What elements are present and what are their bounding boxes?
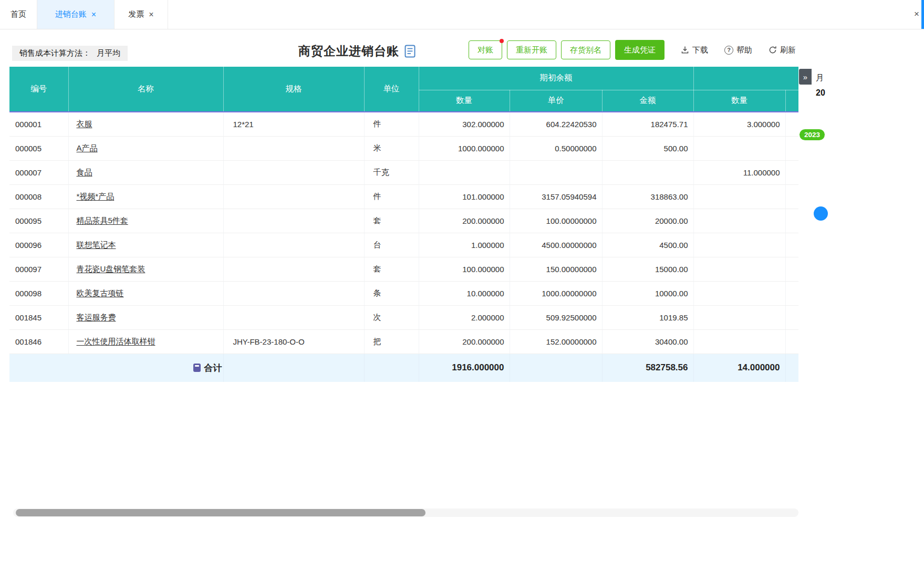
header-clipped-column [785, 90, 798, 112]
row-period-qty [693, 257, 785, 281]
row-opening-price: 604.22420530 [510, 112, 602, 136]
clipped-year-text: 20 [816, 88, 825, 98]
row-clipped [785, 209, 798, 233]
row-period-qty [693, 184, 785, 209]
generate-voucher-button[interactable]: 生成凭证 [615, 40, 665, 60]
header-period-qty[interactable]: 数量 [693, 90, 785, 112]
row-code: 000005 [9, 136, 68, 160]
header-spec[interactable]: 规格 [223, 67, 364, 112]
row-opening-price: 4500.00000000 [510, 233, 602, 257]
floating-blue-button[interactable] [814, 206, 828, 221]
header-opening-qty[interactable]: 数量 [419, 90, 510, 112]
inventory-alias-button[interactable]: 存货别名 [561, 40, 610, 59]
close-all-icon[interactable]: × [914, 9, 919, 19]
tab-home[interactable]: 首页 [0, 0, 37, 29]
item-name-link[interactable]: 客运服务费 [77, 313, 116, 321]
row-opening-amount: 4500.00 [602, 233, 693, 257]
header-opening-amount[interactable]: 金额 [602, 90, 693, 112]
tab-ledger-active[interactable]: 进销台账 × [37, 0, 115, 29]
row-spec [223, 281, 364, 305]
row-opening-amount: 1019.85 [602, 305, 693, 329]
row-opening-amount [602, 160, 693, 184]
row-name: A产品 [68, 136, 223, 160]
download-icon [681, 46, 689, 54]
header-name[interactable]: 名称 [68, 67, 223, 112]
row-spec [223, 209, 364, 233]
header-opening-price[interactable]: 单价 [510, 90, 602, 112]
row-unit: 套 [364, 209, 419, 233]
expand-panel-button[interactable]: » [799, 69, 812, 85]
row-period-qty: 3.000000 [693, 112, 785, 136]
tab-bar: 首页 进销台账 × 发票 × × [0, 0, 924, 29]
row-unit: 套 [364, 257, 419, 281]
item-name-link[interactable]: *视频*产品 [77, 192, 115, 201]
refresh-button[interactable]: 刷新 [769, 45, 796, 55]
table-row: 000005A产品米1000.0000000.50000000500.00 [9, 136, 798, 160]
row-name: *视频*产品 [68, 184, 223, 209]
header-code[interactable]: 编号 [9, 67, 68, 112]
tab-home-label: 首页 [11, 9, 26, 19]
row-name: 衣服 [68, 112, 223, 136]
row-unit: 件 [364, 184, 419, 209]
total-period-qty: 14.000000 [693, 354, 785, 382]
help-button[interactable]: ? 帮助 [724, 45, 752, 55]
refresh-label: 刷新 [780, 45, 796, 55]
item-name-link[interactable]: 衣服 [77, 119, 92, 128]
close-tab-icon[interactable]: × [149, 11, 153, 19]
row-code: 000098 [9, 281, 68, 305]
table-row: 000007食品千克11.000000 [9, 160, 798, 184]
item-name-link[interactable]: 精品茶具5件套 [77, 216, 128, 225]
row-code: 000096 [9, 233, 68, 257]
reconcile-label: 对账 [477, 45, 493, 54]
row-opening-qty [419, 160, 510, 184]
row-spec [223, 160, 364, 184]
document-icon[interactable] [404, 45, 416, 58]
row-spec: JHY-FB-23-180-O-O [223, 329, 364, 354]
row-opening-price: 152.00000000 [510, 329, 602, 354]
row-spec [223, 305, 364, 329]
year-badge[interactable]: 2023 [800, 129, 825, 140]
row-code: 001846 [9, 329, 68, 354]
help-icon: ? [724, 46, 733, 55]
close-tab-icon[interactable]: × [91, 11, 96, 19]
row-clipped [785, 233, 798, 257]
row-opening-price: 1000.00000000 [510, 281, 602, 305]
tab-invoice[interactable]: 发票 × [115, 0, 168, 29]
row-name: 青花瓷U盘钢笔套装 [68, 257, 223, 281]
header-unit[interactable]: 单位 [364, 67, 419, 112]
download-label: 下载 [692, 45, 708, 55]
download-button[interactable]: 下载 [681, 45, 708, 55]
row-name: 食品 [68, 160, 223, 184]
row-clipped [785, 184, 798, 209]
tab-ledger-label: 进销台账 [55, 9, 87, 19]
reopen-button[interactable]: 重新开账 [507, 40, 556, 59]
item-name-link[interactable]: 欧美复古项链 [77, 288, 124, 297]
row-unit: 千克 [364, 160, 419, 184]
item-name-link[interactable]: 一次性使用活体取样钳 [77, 337, 155, 346]
cost-method-label: 销售成本计算方法： [19, 48, 90, 58]
cost-method-value[interactable]: 月平均 [97, 48, 120, 58]
row-code: 000007 [9, 160, 68, 184]
ledger-table: 编号 名称 规格 单位 期初余额 数量 单价 金额 数量 000001衣服12*… [9, 67, 798, 382]
row-period-qty [693, 209, 785, 233]
row-opening-amount: 15000.00 [602, 257, 693, 281]
item-name-link[interactable]: A产品 [77, 143, 98, 152]
row-name: 欧美复古项链 [68, 281, 223, 305]
row-unit: 次 [364, 305, 419, 329]
total-opening-qty: 1916.000000 [419, 354, 510, 382]
item-name-link[interactable]: 食品 [77, 168, 92, 177]
reconcile-button[interactable]: 对账 [469, 40, 502, 59]
header-next-group-clipped [693, 67, 798, 90]
row-opening-qty: 101.000000 [419, 184, 510, 209]
item-name-link[interactable]: 青花瓷U盘钢笔套装 [77, 264, 146, 273]
row-opening-price: 509.92500000 [510, 305, 602, 329]
horizontal-scrollbar-thumb[interactable] [16, 509, 425, 516]
item-name-link[interactable]: 联想笔记本 [77, 240, 116, 249]
row-period-qty [693, 233, 785, 257]
row-clipped [785, 136, 798, 160]
row-name: 联想笔记本 [68, 233, 223, 257]
refresh-icon [769, 46, 777, 54]
row-opening-qty: 2.000000 [419, 305, 510, 329]
row-opening-price: 0.50000000 [510, 136, 602, 160]
row-opening-price [510, 160, 602, 184]
